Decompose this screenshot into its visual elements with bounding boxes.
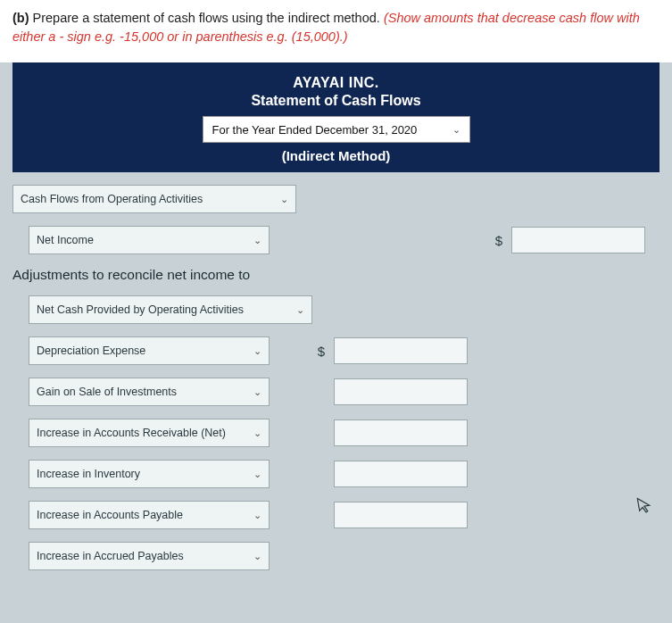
input-ar-increase[interactable] <box>334 419 468 446</box>
dropdown-net-income[interactable]: Net Income ⌄ <box>29 226 270 254</box>
ap-amount-group: $ <box>314 502 468 528</box>
dropdown-ar-increase[interactable]: Increase in Accounts Receivable (Net) ⌄ <box>29 419 270 447</box>
dropdown-label: Increase in Inventory <box>37 468 140 480</box>
dropdown-label: Cash Flows from Operating Activities <box>21 193 203 205</box>
company-name: AYAYAI INC. <box>12 75 660 91</box>
input-inv-increase[interactable] <box>334 461 468 487</box>
row-ar-increase: Increase in Accounts Receivable (Net) ⌄ … <box>12 419 660 447</box>
part-prefix: (b) <box>12 11 29 25</box>
net-income-amount-group: $ <box>492 227 660 253</box>
method-label: (Indirect Method) <box>12 148 660 163</box>
inv-amount-group: $ <box>314 461 468 487</box>
dropdown-net-cash-provided[interactable]: Net Cash Provided by Operating Activitie… <box>29 295 312 324</box>
gain-amount-group: $ <box>314 378 468 405</box>
statement-title: Statement of Cash Flows <box>12 93 660 109</box>
chevron-down-icon: ⌄ <box>253 345 261 357</box>
dropdown-label: Depreciation Expense <box>37 345 145 357</box>
dropdown-label: Increase in Accounts Payable <box>37 509 183 521</box>
input-gain-on-sale[interactable] <box>334 378 468 405</box>
dollar-sign: $ <box>492 233 506 248</box>
statement-header: AYAYAI INC. Statement of Cash Flows For … <box>12 62 660 172</box>
row-net-income: Net Income ⌄ $ <box>12 226 660 254</box>
chevron-down-icon: ⌄ <box>253 428 261 439</box>
row-ap-increase: Increase in Accounts Payable ⌄ $ <box>12 501 660 529</box>
form-area: Cash Flows from Operating Activities ⌄ N… <box>0 172 672 570</box>
dropdown-label: Increase in Accounts Receivable (Net) <box>37 427 226 439</box>
period-select-label: For the Year Ended December 31, 2020 <box>212 123 418 137</box>
instruction-text: (b) Prepare a statement of cash flows us… <box>12 9 660 46</box>
instruction-black: Prepare a statement of cash flows using … <box>29 11 384 25</box>
chevron-down-icon: ⌄ <box>280 194 288 205</box>
row-inv-increase: Increase in Inventory ⌄ $ <box>12 460 660 488</box>
row-net-cash-provided: Net Cash Provided by Operating Activitie… <box>12 295 660 324</box>
depreciation-amount-group: $ <box>314 337 468 364</box>
chevron-down-icon: ⌄ <box>452 124 460 136</box>
dropdown-inv-increase[interactable]: Increase in Inventory ⌄ <box>29 460 270 488</box>
row-gain-on-sale: Gain on Sale of Investments ⌄ $ <box>12 378 660 406</box>
dropdown-label: Net Cash Provided by Operating Activitie… <box>37 303 244 316</box>
chevron-down-icon: ⌄ <box>253 551 261 562</box>
instruction-bar: (b) Prepare a statement of cash flows us… <box>0 0 672 62</box>
dropdown-gain-on-sale[interactable]: Gain on Sale of Investments ⌄ <box>29 378 270 406</box>
ar-amount-group: $ <box>314 419 468 446</box>
row-section: Cash Flows from Operating Activities ⌄ <box>12 185 660 213</box>
chevron-down-icon: ⌄ <box>296 304 304 316</box>
dropdown-ap-increase[interactable]: Increase in Accounts Payable ⌄ <box>29 501 270 529</box>
chevron-down-icon: ⌄ <box>253 235 261 246</box>
dropdown-label: Net Income <box>37 234 94 246</box>
row-depreciation: Depreciation Expense ⌄ $ <box>12 336 660 365</box>
adjustments-heading: Adjustments to reconcile net income to <box>12 267 660 283</box>
chevron-down-icon: ⌄ <box>253 386 261 398</box>
row-accrued-increase: Increase in Accrued Payables ⌄ <box>12 542 660 570</box>
input-net-income[interactable] <box>511 227 645 253</box>
dollar-sign: $ <box>314 344 328 359</box>
dropdown-section[interactable]: Cash Flows from Operating Activities ⌄ <box>12 185 296 213</box>
period-select[interactable]: For the Year Ended December 31, 2020 ⌄ <box>203 116 470 143</box>
dropdown-label: Increase in Accrued Payables <box>37 550 184 562</box>
dropdown-accrued-increase[interactable]: Increase in Accrued Payables ⌄ <box>29 542 270 570</box>
input-depreciation[interactable] <box>334 337 468 364</box>
dropdown-depreciation[interactable]: Depreciation Expense ⌄ <box>29 336 270 365</box>
input-ap-increase[interactable] <box>334 502 468 528</box>
dropdown-label: Gain on Sale of Investments <box>37 386 177 398</box>
chevron-down-icon: ⌄ <box>253 510 261 521</box>
chevron-down-icon: ⌄ <box>253 469 261 480</box>
